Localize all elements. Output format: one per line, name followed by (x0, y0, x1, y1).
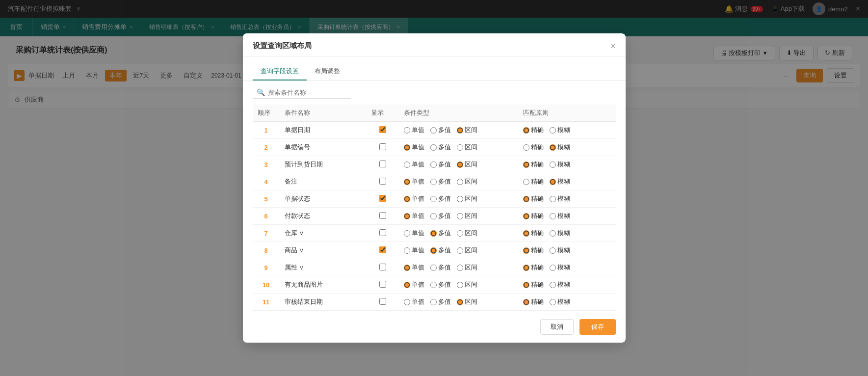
row-show-2[interactable] (366, 156, 398, 173)
row-match-5[interactable]: 精确模糊 (518, 208, 616, 225)
row-show-1[interactable] (366, 139, 398, 156)
type-option-区间-5[interactable]: 区间 (457, 212, 477, 220)
show-checkbox-2[interactable] (379, 161, 386, 167)
match-option-模糊-10[interactable]: 模糊 (550, 297, 570, 306)
row-show-9[interactable] (366, 276, 398, 294)
tab-query-fields[interactable]: 查询字段设置 (253, 63, 307, 81)
row-show-8[interactable] (366, 259, 398, 276)
match-option-精确-10[interactable]: 精确 (523, 297, 544, 306)
show-checkbox-6[interactable] (379, 229, 386, 236)
type-option-多值-8[interactable]: 多值 (430, 263, 451, 272)
type-option-区间-6[interactable]: 区间 (457, 229, 477, 238)
type-option-多值-1[interactable]: 多值 (430, 143, 451, 152)
type-option-单值-1[interactable]: 单值 (404, 143, 424, 152)
match-option-模糊-3[interactable]: 模糊 (550, 177, 570, 186)
row-type-0[interactable]: 单值多值区间 (399, 122, 518, 139)
row-match-8[interactable]: 精确模糊 (518, 259, 616, 276)
match-option-精确-2[interactable]: 精确 (523, 160, 544, 169)
match-option-精确-0[interactable]: 精确 (523, 126, 544, 134)
type-option-多值-7[interactable]: 多值 (430, 246, 451, 255)
show-checkbox-3[interactable] (379, 178, 386, 185)
type-option-单值-2[interactable]: 单值 (404, 160, 424, 169)
row-type-9[interactable]: 单值多值区间 (399, 276, 518, 294)
modal-close-button[interactable]: × (610, 42, 616, 51)
type-option-单值-0[interactable]: 单值 (404, 126, 424, 134)
show-checkbox-10[interactable] (379, 298, 386, 305)
tab-layout-adjust[interactable]: 布局调整 (307, 63, 348, 81)
type-option-多值-4[interactable]: 多值 (430, 194, 451, 203)
type-option-区间-2[interactable]: 区间 (457, 160, 477, 169)
type-option-单值-8[interactable]: 单值 (404, 263, 424, 272)
type-option-多值-10[interactable]: 多值 (430, 297, 451, 306)
type-option-多值-2[interactable]: 多值 (430, 160, 451, 169)
row-type-4[interactable]: 单值多值区间 (399, 190, 518, 208)
type-option-多值-9[interactable]: 多值 (430, 280, 451, 289)
match-option-精确-9[interactable]: 精确 (523, 280, 544, 289)
row-match-7[interactable]: 精确模糊 (518, 242, 616, 259)
type-option-区间-9[interactable]: 区间 (457, 280, 477, 289)
row-match-1[interactable]: 精确模糊 (518, 139, 616, 156)
match-option-模糊-7[interactable]: 模糊 (550, 246, 570, 255)
match-option-模糊-4[interactable]: 模糊 (550, 194, 570, 203)
row-type-8[interactable]: 单值多值区间 (399, 259, 518, 276)
row-match-9[interactable]: 精确模糊 (518, 276, 616, 294)
row-type-3[interactable]: 单值多值区间 (399, 173, 518, 190)
match-option-精确-4[interactable]: 精确 (523, 194, 544, 203)
show-checkbox-4[interactable] (379, 195, 386, 202)
row-type-10[interactable]: 单值多值区间 (399, 294, 518, 311)
row-type-1[interactable]: 单值多值区间 (399, 139, 518, 156)
match-option-模糊-2[interactable]: 模糊 (550, 160, 570, 169)
match-option-精确-5[interactable]: 精确 (523, 212, 544, 220)
match-option-模糊-1[interactable]: 模糊 (550, 143, 570, 152)
match-option-模糊-9[interactable]: 模糊 (550, 280, 570, 289)
type-option-区间-4[interactable]: 区间 (457, 194, 477, 203)
row-show-6[interactable] (366, 225, 398, 242)
type-option-区间-7[interactable]: 区间 (457, 246, 477, 255)
row-type-2[interactable]: 单值多值区间 (399, 156, 518, 173)
type-option-单值-9[interactable]: 单值 (404, 280, 424, 289)
show-checkbox-0[interactable] (379, 126, 386, 133)
type-option-多值-3[interactable]: 多值 (430, 177, 451, 186)
match-option-精确-3[interactable]: 精确 (523, 177, 544, 186)
row-type-6[interactable]: 单值多值区间 (399, 225, 518, 242)
row-match-3[interactable]: 精确模糊 (518, 173, 616, 190)
show-checkbox-9[interactable] (379, 281, 386, 288)
type-option-单值-3[interactable]: 单值 (404, 177, 424, 186)
type-option-单值-5[interactable]: 单值 (404, 212, 424, 220)
type-option-多值-5[interactable]: 多值 (430, 212, 451, 220)
match-option-精确-1[interactable]: 精确 (523, 143, 544, 152)
type-option-多值-0[interactable]: 多值 (430, 126, 451, 134)
show-checkbox-7[interactable] (379, 246, 386, 253)
show-checkbox-1[interactable] (379, 143, 386, 150)
type-option-区间-3[interactable]: 区间 (457, 177, 477, 186)
type-option-单值-4[interactable]: 单值 (404, 194, 424, 203)
show-checkbox-5[interactable] (379, 212, 386, 219)
row-type-5[interactable]: 单值多值区间 (399, 208, 518, 225)
type-option-区间-10[interactable]: 区间 (457, 297, 477, 306)
row-show-10[interactable] (366, 294, 398, 311)
row-match-2[interactable]: 精确模糊 (518, 156, 616, 173)
type-option-区间-1[interactable]: 区间 (457, 143, 477, 152)
match-option-精确-8[interactable]: 精确 (523, 263, 544, 272)
show-checkbox-8[interactable] (379, 264, 386, 270)
type-option-区间-0[interactable]: 区间 (457, 126, 477, 134)
row-match-10[interactable]: 精确模糊 (518, 294, 616, 311)
cancel-button[interactable]: 取消 (540, 319, 574, 335)
type-option-单值-10[interactable]: 单值 (404, 297, 424, 306)
search-input[interactable] (268, 89, 346, 96)
match-option-模糊-8[interactable]: 模糊 (550, 263, 570, 272)
match-option-精确-6[interactable]: 精确 (523, 229, 544, 238)
type-option-多值-6[interactable]: 多值 (430, 229, 451, 238)
row-show-3[interactable] (366, 173, 398, 190)
row-match-0[interactable]: 精确模糊 (518, 122, 616, 139)
row-match-6[interactable]: 精确模糊 (518, 225, 616, 242)
row-match-4[interactable]: 精确模糊 (518, 190, 616, 208)
match-option-模糊-5[interactable]: 模糊 (550, 212, 570, 220)
type-option-单值-6[interactable]: 单值 (404, 229, 424, 238)
row-show-5[interactable] (366, 208, 398, 225)
row-type-7[interactable]: 单值多值区间 (399, 242, 518, 259)
row-show-0[interactable] (366, 122, 398, 139)
match-option-精确-7[interactable]: 精确 (523, 246, 544, 255)
save-button[interactable]: 保存 (579, 319, 616, 335)
type-option-单值-7[interactable]: 单值 (404, 246, 424, 255)
